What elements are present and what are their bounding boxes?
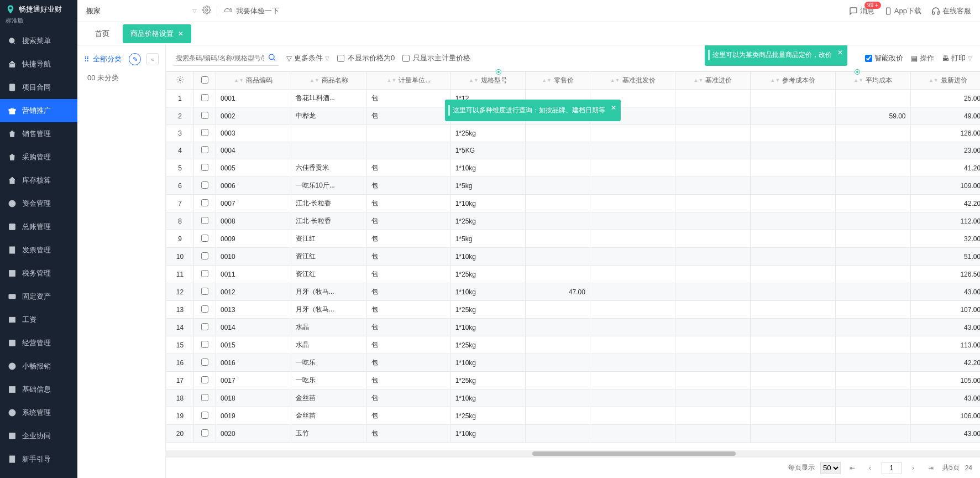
sort-icon[interactable]: ▲▼	[310, 79, 319, 82]
cell-retail[interactable]	[526, 425, 590, 443]
cell-retail[interactable]: 47.00	[526, 283, 590, 301]
checkbox[interactable]	[402, 55, 410, 62]
cell-wholesale[interactable]	[590, 389, 675, 407]
row-checkbox[interactable]	[201, 323, 208, 330]
sidebar-item-14[interactable]: 小畅报销	[0, 355, 77, 378]
table-row[interactable]: 19 0019 金丝苗 包 1*25kg 106.00	[166, 407, 981, 425]
cell-refcost[interactable]	[750, 372, 835, 389]
cell-wholesale[interactable]	[590, 212, 675, 230]
sidebar-item-0[interactable]: 搜索菜单	[0, 29, 77, 53]
cell-refcost[interactable]	[750, 407, 835, 425]
more-filters-button[interactable]: ▽ 更多条件 ▽	[286, 53, 329, 63]
row-checkbox[interactable]	[201, 146, 208, 153]
search-input[interactable]	[174, 50, 279, 66]
smart-price-button[interactable]: 智能改价	[865, 53, 903, 63]
sort-icon[interactable]: ▲▼	[610, 79, 620, 82]
cell-wholesale[interactable]	[590, 230, 675, 248]
cell-wholesale[interactable]	[590, 125, 675, 142]
row-checkbox[interactable]	[201, 376, 208, 383]
table-row[interactable]: 14 0014 水晶 包 1*10kg 43.00	[166, 319, 981, 336]
last-page-button[interactable]: ⇥	[925, 462, 937, 474]
cell-refcost[interactable]	[750, 107, 835, 125]
tab-current[interactable]: 商品价格设置 ✕	[123, 24, 191, 43]
close-icon[interactable]: ✕	[178, 30, 184, 38]
checkbox[interactable]	[865, 55, 872, 62]
row-checkbox[interactable]	[201, 164, 208, 171]
cell-basein[interactable]	[675, 248, 751, 266]
sort-icon[interactable]: ▲▼	[542, 79, 552, 82]
messages-link[interactable]: 消息 99 +	[849, 6, 874, 16]
column-header[interactable]: ▲▼计量单位...	[367, 72, 450, 90]
cell-wholesale[interactable]	[590, 336, 675, 354]
cell-retail[interactable]	[526, 212, 590, 230]
sidebar-item-13[interactable]: 经营管理	[0, 331, 77, 355]
table-row[interactable]: 20 0020 玉竹 包 1*10kg 43.00	[166, 425, 981, 443]
cell-basein[interactable]	[675, 301, 751, 319]
cell-retail[interactable]	[526, 266, 590, 283]
cell-refcost[interactable]	[750, 159, 835, 177]
cell-retail[interactable]	[526, 372, 590, 389]
sidebar-item-8[interactable]: 总账管理	[0, 215, 77, 238]
cell-basein[interactable]	[675, 212, 751, 230]
perpage-select[interactable]: 50	[820, 462, 841, 474]
cell-basein[interactable]	[675, 425, 751, 443]
sidebar-item-12[interactable]: 工资	[0, 308, 77, 331]
cell-basein[interactable]	[675, 230, 751, 248]
table-row[interactable]: 5 0005 六佳香贡米 包 1*10kg 41.20	[166, 159, 981, 177]
print-button[interactable]: 🖶 打印 ▽	[942, 53, 972, 63]
sidebar-item-1[interactable]: 快捷导航	[0, 53, 77, 76]
cell-refcost[interactable]	[750, 195, 835, 212]
cell-retail[interactable]	[526, 407, 590, 425]
cell-wholesale[interactable]	[590, 248, 675, 266]
row-checkbox[interactable]	[201, 270, 208, 277]
sidebar-item-4[interactable]: 销售管理	[0, 122, 77, 146]
row-checkbox[interactable]	[201, 288, 208, 295]
checkbox[interactable]	[337, 55, 344, 62]
cell-refcost[interactable]	[750, 301, 835, 319]
row-checkbox[interactable]	[201, 217, 208, 224]
org-selector[interactable]: 搬家 ▽	[86, 6, 197, 16]
cell-basein[interactable]	[675, 354, 751, 372]
row-checkbox[interactable]	[201, 181, 208, 189]
row-checkbox[interactable]	[201, 358, 208, 366]
table-row[interactable]: 3 0003 1*25kg 126.00	[166, 125, 981, 142]
sort-icon[interactable]: ▲▼	[387, 79, 397, 82]
cell-wholesale[interactable]	[590, 301, 675, 319]
settings-column[interactable]	[166, 72, 194, 90]
checkbox-column[interactable]	[194, 72, 216, 90]
cell-refcost[interactable]	[750, 354, 835, 372]
cell-wholesale[interactable]	[590, 354, 675, 372]
prev-page-button[interactable]: ‹	[864, 462, 876, 474]
table-row[interactable]: 11 0011 资江红 包 1*25kg 126.50	[166, 266, 981, 283]
search-icon[interactable]	[268, 53, 276, 64]
cell-refcost[interactable]	[750, 142, 835, 159]
column-header[interactable]: ▲▼基准批发价	[590, 72, 675, 90]
cell-basein[interactable]	[675, 389, 751, 407]
cell-wholesale[interactable]	[590, 283, 675, 301]
table-row[interactable]: 8 0008 江北-长粒香 包 1*25kg 112.00	[166, 212, 981, 230]
cell-basein[interactable]	[675, 90, 751, 107]
sidebar-item-5[interactable]: 采购管理	[0, 146, 77, 169]
sort-icon[interactable]: ▲▼	[853, 79, 863, 82]
table-row[interactable]: 17 0017 一吃乐 包 1*25kg 105.00	[166, 372, 981, 389]
page-input[interactable]	[882, 462, 902, 474]
cell-retail[interactable]	[526, 195, 590, 212]
cell-wholesale[interactable]	[590, 195, 675, 212]
cell-wholesale[interactable]	[590, 425, 675, 443]
row-checkbox[interactable]	[201, 235, 208, 242]
category-item[interactable]: 00 未分类	[84, 69, 159, 87]
cell-refcost[interactable]	[750, 248, 835, 266]
sidebar-item-6[interactable]: 库存核算	[0, 169, 77, 192]
cell-wholesale[interactable]	[590, 266, 675, 283]
sort-icon[interactable]: ▲▼	[929, 79, 939, 82]
table-scroll[interactable]: ▲▼商品编码▲▼商品名称▲▼计量单位...▲▼规格型号▲▼零售价▲▼基准批发价▲…	[166, 71, 980, 450]
table-row[interactable]: 6 0006 一吃乐10斤... 包 1*5kg 109.00	[166, 177, 981, 195]
cell-basein[interactable]	[675, 266, 751, 283]
cell-wholesale[interactable]	[590, 159, 675, 177]
row-checkbox[interactable]	[201, 94, 208, 101]
table-row[interactable]: 4 0004 1*5KG 23.00	[166, 142, 981, 159]
sort-icon[interactable]: ▲▼	[694, 79, 704, 82]
main-unit-checkbox[interactable]: 只显示主计量价格	[402, 53, 470, 63]
row-checkbox[interactable]	[201, 412, 208, 419]
horizontal-scrollbar[interactable]	[166, 450, 980, 457]
